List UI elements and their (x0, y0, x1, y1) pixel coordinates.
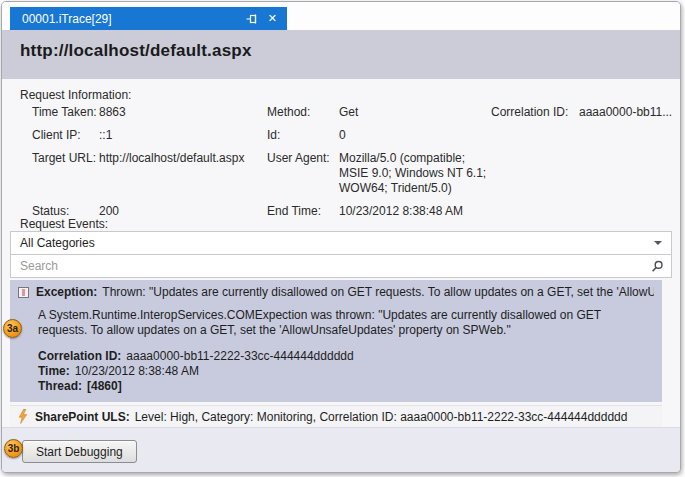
field-label: Target URL: (32, 151, 99, 166)
search-input[interactable] (20, 259, 651, 273)
document-tab-label: 00001.iTrace[29] (22, 12, 112, 26)
time-value: 10/23/2012 8:38:48 AM (75, 364, 199, 378)
field-value: ::1 (99, 128, 267, 143)
uls-event-text: Level: High, Category: Monitoring, Corre… (135, 410, 628, 424)
chevron-down-icon (654, 241, 662, 245)
search-icon[interactable] (651, 260, 664, 273)
exception-description: A System.Runtime.InteropServices.COMExpe… (38, 308, 638, 338)
event-list: Exception:Thrown: "Updates are currently… (10, 280, 662, 428)
exception-correlation-field: Correlation ID:aaaa0000-bb11-2222-33cc-4… (38, 349, 654, 364)
field-label: Correlation ID: (491, 105, 579, 120)
category-filter-dropdown[interactable]: All Categories (10, 231, 672, 255)
thread-label: Thread: (38, 379, 82, 393)
field-label: Time Taken: (32, 105, 99, 120)
lightning-bolt-icon (18, 409, 28, 424)
page-title-bar: http://localhost/default.aspx (2, 30, 680, 79)
document-tab-strip: 00001.iTrace[29] ✕ (2, 2, 680, 30)
field-label: Id: (267, 128, 339, 143)
uls-event-label: SharePoint ULS: (35, 410, 130, 424)
request-events-heading: Request Events: (20, 217, 108, 231)
exception-event-header: Exception:Thrown: "Updates are currently… (18, 285, 654, 299)
request-information-grid: Time Taken: 8863 Method: Get Correlation… (32, 105, 674, 219)
page-title: http://localhost/default.aspx (20, 41, 252, 61)
exception-event-icon (18, 287, 29, 298)
exception-event-detail: A System.Runtime.InteropServices.COMExpe… (38, 308, 654, 394)
time-label: Time: (38, 364, 70, 378)
sharepoint-uls-event-row[interactable]: SharePoint ULS:Level: High, Category: Mo… (10, 405, 662, 428)
field-value: http://localhost/default.aspx (99, 151, 267, 166)
start-debugging-button[interactable]: Start Debugging (22, 440, 137, 463)
field-value: 0 (339, 128, 491, 143)
exception-event-summary: Thrown: "Updates are currently disallowe… (102, 285, 654, 299)
document-tab[interactable]: 00001.iTrace[29] ✕ (10, 7, 287, 30)
field-value: Get (339, 105, 491, 120)
request-information-heading: Request Information: (20, 88, 131, 102)
correlation-id-value: aaaa0000-bb11-2222-33cc-444444dddddd (126, 349, 353, 363)
close-icon[interactable]: ✕ (268, 13, 277, 24)
event-search-box (10, 254, 672, 278)
correlation-id-label: Correlation ID: (38, 349, 121, 363)
field-value: 10/23/2012 8:38:48 AM (339, 204, 491, 219)
callout-badge-3a: 3a (3, 319, 22, 338)
bottom-bar: Start Debugging (2, 427, 680, 472)
exception-event-row[interactable]: Exception:Thrown: "Updates are currently… (10, 280, 662, 402)
field-value-user-agent: Mozilla/5.0 (compatible; MSIE 9.0; Windo… (339, 151, 491, 196)
main-content: Request Information: Time Taken: 8863 Me… (2, 79, 680, 472)
callout-badge-3b: 3b (4, 439, 23, 458)
category-filter-value: All Categories (20, 236, 95, 250)
field-label: End Time: (267, 204, 339, 219)
field-value: 200 (99, 204, 267, 219)
screenshot-root: 00001.iTrace[29] ✕ http://localhost/defa… (0, 0, 685, 477)
intellitrace-window: 00001.iTrace[29] ✕ http://localhost/defa… (1, 1, 681, 473)
field-label: Client IP: (32, 128, 99, 143)
field-label: User Agent: (267, 151, 339, 166)
exception-time-field: Time:10/23/2012 8:38:48 AM (38, 364, 654, 379)
pin-icon[interactable] (246, 13, 259, 25)
thread-value: [4860] (87, 379, 122, 393)
field-label: Method: (267, 105, 339, 120)
exception-thread-field: Thread:[4860] (38, 379, 654, 394)
exception-event-label: Exception: (36, 285, 97, 299)
field-value: 8863 (99, 105, 267, 120)
field-value: aaaa0000-bb11... (579, 105, 674, 120)
